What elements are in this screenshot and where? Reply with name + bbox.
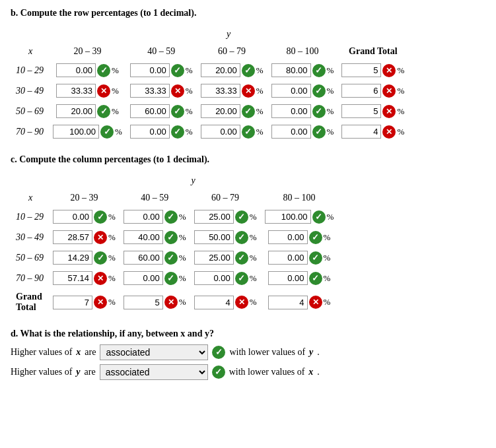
row-input[interactable] [201, 125, 240, 139]
percent-sign: % [112, 65, 119, 76]
col-input[interactable] [124, 230, 163, 244]
percent-sign: % [256, 106, 264, 117]
row-input[interactable] [130, 125, 170, 139]
percent-sign: % [327, 65, 334, 76]
x-icon [171, 84, 184, 98]
row-input[interactable] [341, 104, 381, 118]
row-data-cell: % [339, 103, 407, 119]
col-input[interactable] [194, 230, 234, 244]
row-input[interactable] [341, 125, 381, 139]
row-header-cell: 70 – 90 [13, 123, 48, 140]
percent-sign: % [327, 212, 334, 222]
col-row-header-cell: 30 – 49 [13, 229, 48, 245]
check-icon [171, 125, 184, 139]
percent-sign: % [256, 127, 264, 137]
row-input[interactable] [201, 84, 240, 98]
dropdown2-suffix-end: . [317, 367, 320, 377]
dropdown1-suffix: with lower values of [229, 347, 305, 358]
percent-sign: % [256, 86, 264, 96]
row-input[interactable] [56, 104, 96, 118]
check-icon [312, 210, 326, 224]
x-icon [94, 272, 107, 285]
row-input[interactable] [130, 104, 170, 118]
col-data-cell: % [121, 229, 189, 245]
row-data-cell: % [50, 123, 125, 140]
percent-sign: % [179, 232, 186, 243]
row-input[interactable] [271, 125, 311, 139]
x-icon [382, 84, 396, 98]
row-data-cell: % [127, 62, 195, 79]
col-col-header-1: 40 – 59 [121, 191, 189, 205]
col-data-cell: % [262, 290, 337, 314]
row-input[interactable] [341, 63, 381, 77]
dropdown2-select[interactable]: associated not associated positively ass… [100, 364, 208, 380]
row-input[interactable] [53, 125, 99, 139]
check-icon [312, 105, 326, 118]
col-input[interactable] [53, 210, 92, 224]
row-input[interactable] [201, 104, 240, 118]
col-input[interactable] [268, 230, 308, 244]
percent-sign: % [250, 212, 257, 222]
row-data-cell: % [339, 123, 407, 140]
col-col-header-0: 20 – 39 [50, 191, 118, 205]
row-input[interactable] [130, 84, 170, 98]
col-input[interactable] [53, 230, 92, 244]
check-icon [242, 125, 255, 139]
row-input[interactable] [341, 84, 381, 98]
col-input[interactable] [124, 251, 163, 265]
check-icon [97, 64, 110, 77]
col-x-label: x [13, 191, 48, 205]
col-col-header-3: 80 – 100 [262, 191, 337, 205]
col-input[interactable] [53, 296, 92, 309]
col-input[interactable] [265, 210, 311, 224]
col-row-header-cell: 70 – 90 [13, 270, 48, 286]
percent-sign: % [186, 65, 193, 76]
x-icon [97, 84, 110, 98]
row-input[interactable] [201, 63, 240, 77]
col-input[interactable] [124, 296, 163, 309]
x-icon [94, 296, 107, 309]
x-icon [309, 296, 322, 309]
percent-sign: % [324, 253, 331, 263]
percent-sign: % [250, 253, 257, 263]
row-y-label: y [50, 28, 407, 41]
percent-sign: % [250, 297, 257, 307]
percent-sign: % [108, 273, 116, 284]
row-input[interactable] [271, 104, 311, 118]
col-input[interactable] [194, 296, 234, 309]
col-input[interactable] [194, 210, 234, 224]
col-data-cell: % [50, 290, 118, 314]
col-header-grand-total: GrandTotal [13, 290, 48, 314]
row-data-cell: % [198, 103, 266, 119]
check-icon [242, 64, 255, 77]
col-input[interactable] [268, 296, 308, 309]
dropdown1-check-icon [212, 346, 225, 359]
check-icon [235, 210, 248, 224]
row-input[interactable] [271, 84, 311, 98]
col-input[interactable] [194, 271, 234, 285]
row-input[interactable] [271, 63, 311, 77]
row-data-cell: % [198, 123, 266, 140]
col-data-cell: % [50, 249, 118, 266]
percent-sign: % [186, 106, 193, 117]
col-input[interactable] [124, 210, 163, 224]
percent-sign: % [327, 127, 334, 137]
row-col-header-1: 40 – 59 [127, 45, 195, 58]
dropdown1-select[interactable]: associated not associated positively ass… [100, 344, 208, 360]
col-input[interactable] [53, 271, 92, 285]
col-input[interactable] [268, 251, 308, 265]
percent-sign: % [256, 65, 264, 76]
percent-sign: % [324, 232, 331, 243]
check-icon [235, 251, 248, 265]
row-input[interactable] [56, 63, 96, 77]
col-input[interactable] [53, 251, 92, 265]
col-input[interactable] [268, 271, 308, 285]
row-input[interactable] [130, 63, 170, 77]
col-input[interactable] [124, 271, 163, 285]
col-data-cell: % [262, 208, 337, 225]
row-input[interactable] [56, 84, 96, 98]
row-data-cell: % [127, 123, 195, 140]
percent-sign: % [324, 297, 331, 307]
col-input[interactable] [194, 251, 234, 265]
row-data-cell: % [339, 62, 407, 79]
